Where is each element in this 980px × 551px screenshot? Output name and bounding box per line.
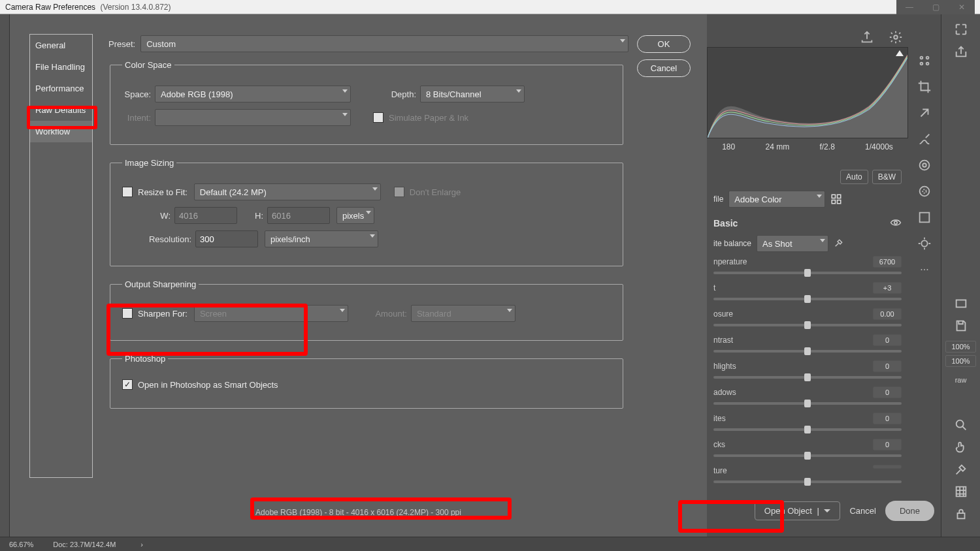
export-icon[interactable] — [860, 30, 874, 44]
slider-thumb[interactable] — [804, 347, 811, 355]
resize-dropdown[interactable]: Default (24.2 MP) — [194, 183, 381, 200]
slider-8[interactable]: ture — [713, 466, 902, 483]
rect-icon[interactable] — [954, 296, 968, 311]
crop-icon[interactable] — [917, 80, 932, 94]
slider-2[interactable]: osure0.00 — [713, 309, 902, 326]
slider-6[interactable]: ites0 — [713, 414, 902, 431]
slider-thumb[interactable] — [804, 400, 811, 407]
eye-icon[interactable] — [890, 218, 902, 228]
slider-track[interactable] — [713, 480, 902, 483]
slider-3[interactable]: ntrast0 — [713, 336, 902, 353]
slider-thumb[interactable] — [804, 478, 811, 486]
slider-track[interactable] — [713, 324, 902, 326]
slider-value[interactable]: 0 — [873, 413, 902, 424]
cancel-button[interactable]: Cancel — [637, 59, 691, 77]
chevron-down-icon — [370, 234, 375, 238]
slider-4[interactable]: hlights0 — [713, 362, 902, 379]
slider-thumb[interactable] — [804, 426, 811, 433]
sharpenfor-checkbox[interactable] — [122, 308, 133, 319]
highlight-clip-icon[interactable] — [896, 50, 904, 56]
slider-value[interactable]: 6700 — [873, 256, 902, 268]
cancel-button-acr[interactable]: Cancel — [849, 506, 875, 516]
presets-icon[interactable] — [917, 210, 932, 225]
chevron-down-icon — [342, 113, 348, 116]
close-button[interactable]: ✕ — [949, 0, 975, 14]
sidebar-item-rawdefaults[interactable]: Raw Defaults — [30, 99, 92, 121]
auto-button[interactable]: Auto — [840, 170, 868, 184]
slider-thumb[interactable] — [804, 452, 811, 460]
slider-value[interactable]: 0 — [873, 334, 902, 346]
open-object-button[interactable]: Open Object | — [755, 501, 841, 520]
zoom-icon[interactable] — [954, 418, 968, 432]
slider-value[interactable]: 0 — [873, 439, 902, 450]
slider-track[interactable] — [713, 402, 902, 405]
maximize-button[interactable]: ▢ — [923, 0, 949, 14]
slider-track[interactable] — [713, 298, 902, 300]
workflow-link[interactable]: Adobe RGB (1998) - 8 bit - 4016 x 6016 (… — [255, 508, 461, 517]
chevron-down-icon — [366, 211, 371, 214]
smartobjects-checkbox[interactable] — [122, 379, 133, 390]
slider-value[interactable]: +3 — [873, 282, 902, 294]
brush-icon[interactable] — [917, 132, 932, 146]
slider-track[interactable] — [713, 454, 902, 457]
edit-icon[interactable] — [917, 54, 932, 68]
share-icon[interactable] — [954, 44, 968, 59]
slider-0[interactable]: nperature6700 — [713, 257, 902, 274]
pct1[interactable]: 100% — [945, 341, 976, 353]
hand-icon[interactable] — [954, 440, 968, 454]
pct2[interactable]: 100% — [945, 355, 976, 367]
lock-icon[interactable] — [954, 507, 968, 521]
slider-1[interactable]: t+3 — [713, 283, 902, 300]
svg-point-4 — [926, 63, 929, 65]
mask-icon[interactable] — [917, 184, 932, 198]
minimize-button[interactable]: — — [896, 0, 923, 14]
redeye-icon[interactable] — [917, 158, 932, 172]
slider-value[interactable]: 0.00 — [873, 308, 902, 320]
sidebar-item-performance[interactable]: Performance — [30, 78, 92, 99]
colorspace-fieldset: Color Space Space: Adobe RGB (1998) Dept… — [110, 60, 623, 145]
resolution-input[interactable] — [195, 230, 258, 247]
slider-track[interactable] — [713, 272, 902, 274]
fullscreen-icon[interactable] — [954, 22, 968, 37]
slider-7[interactable]: cks0 — [713, 440, 902, 457]
space-dropdown[interactable]: Adobe RGB (1998) — [155, 86, 351, 102]
heal-icon[interactable] — [917, 106, 932, 120]
resunit-dropdown[interactable]: pixels/inch — [265, 230, 378, 247]
preset-dropdown[interactable]: Custom — [140, 35, 629, 52]
resize-label: Resize to Fit: — [138, 187, 188, 197]
slider-thumb[interactable] — [804, 373, 811, 381]
slider-thumb[interactable] — [804, 295, 811, 303]
slider-thumb[interactable] — [804, 321, 811, 329]
slider-track[interactable] — [713, 428, 902, 431]
gear-icon[interactable] — [889, 30, 903, 44]
slider-thumb[interactable] — [804, 269, 811, 277]
svg-rect-14 — [838, 200, 841, 204]
slider-label: ites — [713, 414, 726, 423]
slider-track[interactable] — [713, 350, 902, 353]
slider-track[interactable] — [713, 376, 902, 379]
save-icon[interactable] — [954, 319, 968, 333]
svg-point-0 — [894, 35, 898, 39]
ok-button[interactable]: OK — [637, 35, 691, 53]
profile-dropdown[interactable]: Adobe Color — [728, 191, 825, 208]
profile-browse-icon[interactable] — [830, 193, 842, 205]
done-button[interactable]: Done — [885, 501, 934, 521]
sidebar-item-filehandling[interactable]: File Handling — [30, 56, 92, 78]
sampler-icon[interactable] — [954, 462, 968, 477]
slider-value[interactable]: 0 — [873, 360, 902, 372]
eyedropper-icon[interactable] — [834, 238, 844, 250]
bw-button[interactable]: B&W — [872, 170, 902, 184]
slider-5[interactable]: adows0 — [713, 388, 902, 405]
snapshots-icon[interactable] — [917, 236, 932, 251]
grid-icon[interactable] — [954, 484, 968, 499]
sidebar-item-general[interactable]: General — [30, 35, 92, 56]
sidebar-item-workflow[interactable]: Workflow — [30, 121, 92, 142]
resize-checkbox[interactable] — [122, 187, 133, 197]
sharpenfor-dropdown: Screen — [194, 305, 348, 322]
depth-dropdown[interactable]: 8 Bits/Channel — [420, 86, 525, 102]
slider-value[interactable] — [873, 465, 902, 469]
slider-value[interactable]: 0 — [873, 386, 902, 398]
wb-dropdown[interactable]: As Shot — [757, 235, 828, 252]
more-icon[interactable]: ··· — [917, 262, 932, 277]
unit-dropdown[interactable]: pixels — [336, 207, 374, 224]
